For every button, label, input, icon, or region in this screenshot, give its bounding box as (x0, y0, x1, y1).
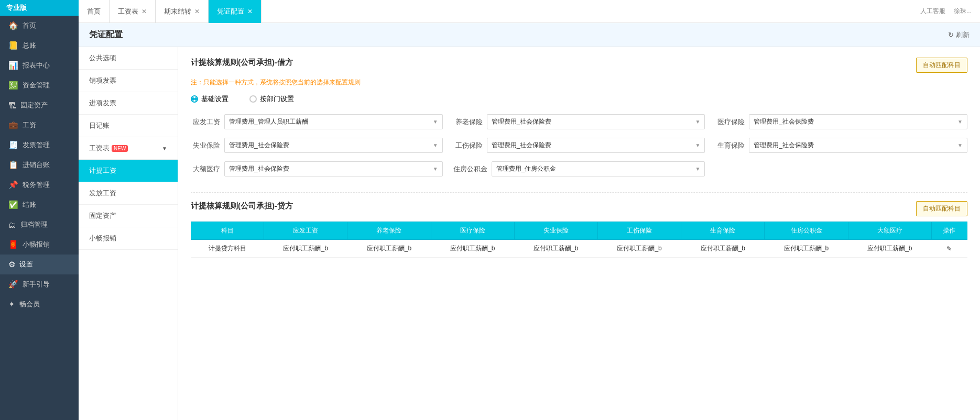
sidebar-label-closing: 结账 (23, 200, 36, 209)
sales-ledger-icon: 📋 (8, 160, 18, 170)
debit-auto-match-button[interactable]: 自动匹配科目 (916, 58, 967, 73)
tab-home[interactable]: 首页 (79, 0, 110, 23)
unemployment-arrow-icon: ▼ (433, 142, 438, 148)
left-nav-public-options[interactable]: 公共选项 (79, 47, 178, 70)
archive-mgmt-icon: 🗂 (8, 220, 16, 229)
credit-section: 计提核算规则(公司承担)-贷方 自动匹配科目 科目应发工资养老保险医疗保险失业保… (191, 201, 967, 258)
right-content: 计提核算规则(公司承担)-借方 自动匹配科目 注：只能选择一种方式，系统将按照您… (178, 47, 980, 420)
invoice-mgmt-icon: 🧾 (8, 140, 18, 150)
credit-section-title: 计提核算规则(公司承担)-贷方 (191, 201, 293, 211)
housing-label: 住房公积金 (453, 164, 487, 174)
page-title: 凭证配置 (89, 29, 123, 40)
sidebar-label-vip: 畅会员 (19, 300, 40, 309)
tab-close-salary-table[interactable]: ✕ (141, 8, 147, 15)
user-org: 人工客服 (920, 7, 945, 16)
birth-select[interactable]: 管理费用_社会保险费 ▼ (749, 138, 967, 153)
credit-col-操作: 操作 (931, 222, 967, 240)
sidebar-item-new-guide[interactable]: 🚀新手引导 (0, 274, 79, 294)
left-nav-pay-salary[interactable]: 发放工资 (79, 182, 178, 205)
left-nav-purchase-invoice[interactable]: 进项发票 (79, 92, 178, 115)
sidebar-item-capital-mgmt[interactable]: 💹资金管理 (0, 75, 79, 95)
sidebar-label-tax-mgmt: 税务管理 (23, 180, 50, 190)
unemployment-select[interactable]: 管理费用_社会保险费 ▼ (224, 138, 443, 153)
injury-label: 工伤保险 (453, 141, 483, 150)
debit-section: 计提核算规则(公司承担)-借方 自动匹配科目 注：只能选择一种方式，系统将按照您… (191, 58, 967, 176)
tab-salary-table[interactable]: 工资表✕ (110, 0, 156, 23)
large-medical-select[interactable]: 管理费用_社会保险费 ▼ (224, 161, 443, 176)
tab-close-voucher-config[interactable]: ✕ (247, 8, 253, 15)
housing-select[interactable]: 管理费用_住房公积金 ▼ (492, 161, 705, 176)
left-nav-label-fixed-assets: 固定资产 (89, 211, 116, 220)
settings-icon: ⚙ (8, 260, 15, 269)
tab-close-period-closing[interactable]: ✕ (194, 8, 200, 15)
field-pension: 养老保险 管理费用_社会保险费 ▼ (453, 114, 705, 129)
user-name: 徐珠... (954, 7, 972, 16)
sidebar-item-home[interactable]: 🏠首页 (0, 16, 79, 36)
sidebar-label-general-ledger: 总账 (23, 41, 36, 50)
tab-voucher-config[interactable]: 凭证配置✕ (209, 0, 262, 23)
action-cell[interactable]: ✎ (931, 240, 967, 258)
home-icon: 🏠 (8, 21, 18, 30)
content-area: 公共选项销项发票进项发票日记账工资表NEW▼计提工资发放工资固定资产小畅报销 计… (79, 47, 980, 420)
left-nav-journal[interactable]: 日记账 (79, 115, 178, 137)
sidebar-label-new-guide: 新手引导 (23, 280, 50, 289)
value-cell-3: 应付职工薪酬_b (514, 240, 597, 258)
left-nav-label-calc-salary: 计提工资 (89, 166, 116, 175)
sidebar-label-xiaochang-expense: 小畅报销 (23, 240, 50, 249)
left-nav-calc-salary[interactable]: 计提工资 (79, 160, 178, 182)
sidebar-item-closing[interactable]: ✅结账 (0, 195, 79, 215)
sidebar-label-settings: 设置 (19, 260, 33, 269)
unemployment-value: 管理费用_社会保险费 (229, 141, 289, 150)
left-nav-sales-invoice[interactable]: 销项发票 (79, 70, 178, 92)
sidebar-item-xiaochang-expense[interactable]: 🧧小畅报销 (0, 235, 79, 255)
pension-select[interactable]: 管理费用_社会保险费 ▼ (487, 114, 705, 129)
value-cell-6: 应付职工薪酬_b (765, 240, 848, 258)
left-nav-xiaochang-expense[interactable]: 小畅报销 (79, 227, 178, 250)
sidebar-item-archive-mgmt[interactable]: 🗂归档管理 (0, 215, 79, 235)
tab-label-home: 首页 (87, 7, 101, 16)
debit-radio-group: 基础设置 按部门设置 (191, 94, 967, 104)
report-center-icon: 📊 (8, 61, 18, 70)
sidebar-item-sales-ledger[interactable]: 📋进销台账 (0, 155, 79, 175)
value-cell-1: 应付职工薪酬_b (347, 240, 431, 258)
large-medical-value: 管理费用_社会保险费 (229, 164, 289, 173)
value-cell-2: 应付职工薪酬_b (431, 240, 514, 258)
debit-form-row-1: 应发工资 管理费用_管理人员职工薪酬 ▼ 养老保险 管理费用_社会保险费 ▼ (191, 114, 967, 129)
sidebar-item-vip[interactable]: ✦畅会员 (0, 294, 79, 314)
sidebar-item-salary[interactable]: 💼工资 (0, 115, 79, 135)
field-large-medical: 大额医疗 管理费用_社会保险费 ▼ (191, 161, 443, 176)
sidebar-item-general-ledger[interactable]: 📒总账 (0, 36, 79, 56)
sidebar-item-fixed-assets[interactable]: 🏗固定资产 (0, 95, 79, 115)
credit-section-header: 计提核算规则(公司承担)-贷方 自动匹配科目 (191, 201, 967, 216)
tab-label-voucher-config: 凭证配置 (217, 7, 244, 16)
injury-select[interactable]: 管理费用_社会保险费 ▼ (487, 138, 705, 153)
debit-section-title: 计提核算规则(公司承担)-借方 (191, 58, 293, 68)
sidebar-label-invoice-mgmt: 发票管理 (23, 140, 50, 150)
injury-arrow-icon: ▼ (695, 142, 700, 148)
credit-table: 科目应发工资养老保险医疗保险失业保险工伤保险生育保险住房公积金大额医疗操作 计提… (191, 222, 967, 258)
refresh-button[interactable]: ↻ 刷新 (948, 30, 970, 40)
content-layout: 公共选项销项发票进项发票日记账工资表NEW▼计提工资发放工资固定资产小畅报销 计… (79, 47, 980, 420)
radio-dept[interactable]: 按部门设置 (249, 94, 294, 104)
left-nav-label-pay-salary: 发放工资 (89, 189, 116, 198)
credit-auto-match-button[interactable]: 自动匹配科目 (916, 201, 967, 216)
left-nav-label-public-options: 公共选项 (89, 53, 116, 63)
left-nav-fixed-assets[interactable]: 固定资产 (79, 205, 178, 227)
page-header: 凭证配置 ↻ 刷新 (79, 23, 980, 47)
credit-col-工伤保险: 工伤保险 (597, 222, 681, 240)
left-nav-salary-table[interactable]: 工资表NEW▼ (79, 137, 178, 160)
field-housing: 住房公积金 管理费用_住房公积金 ▼ (453, 161, 705, 176)
credit-col-失业保险: 失业保险 (514, 222, 597, 240)
medical-select[interactable]: 管理费用_社会保险费 ▼ (749, 114, 967, 129)
salary-select[interactable]: 管理费用_管理人员职工薪酬 ▼ (224, 114, 443, 129)
value-cell-4: 应付职工薪酬_b (597, 240, 681, 258)
sidebar-item-report-center[interactable]: 📊报表中心 (0, 56, 79, 75)
injury-value: 管理费用_社会保险费 (492, 141, 552, 150)
radio-basic[interactable]: 基础设置 (191, 94, 228, 104)
sidebar-item-settings[interactable]: ⚙设置 (0, 255, 79, 274)
sidebar-item-tax-mgmt[interactable]: 📌税务管理 (0, 175, 79, 195)
tab-period-closing[interactable]: 期末结转✕ (156, 0, 209, 23)
sidebar-item-invoice-mgmt[interactable]: 🧾发票管理 (0, 135, 79, 155)
field-medical: 医疗保险 管理费用_社会保险费 ▼ (715, 114, 967, 129)
sidebar-label-home: 首页 (23, 21, 36, 30)
